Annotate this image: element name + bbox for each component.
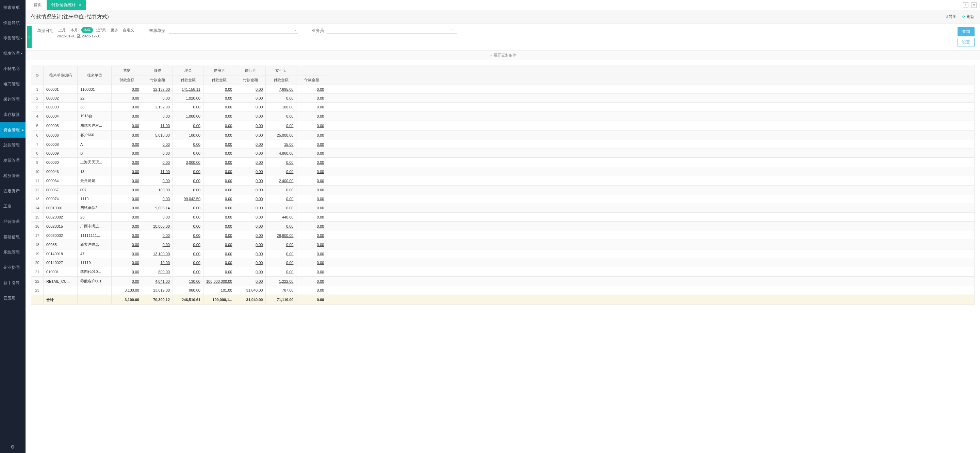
cell-amount-5[interactable]: 0.00 [266,111,296,121]
cell-amount-4[interactable]: 0.00 [235,149,266,158]
sidebar-item-13[interactable]: 工资 [0,199,25,214]
cell-code[interactable]: 00020002 [43,213,78,222]
cell-amount-4[interactable]: 0.00 [235,94,266,103]
cell-amount-1[interactable]: 0.00 [142,194,173,203]
cell-amount-6[interactable]: 0.00 [296,167,327,176]
cell-code[interactable]: 000008 [43,140,78,149]
cell-amount-5[interactable]: 0.00 [266,258,296,267]
cell-amount-0[interactable]: 0.00 [111,249,142,258]
cell-amount-0[interactable]: 0.00 [111,194,142,203]
cell-name[interactable]: 1119 [78,194,111,203]
cell-amount-1[interactable]: 13,100.00 [142,249,173,258]
cell-amount-2[interactable]: 0.00 [173,176,204,185]
cell-amount-0[interactable]: 0.00 [111,222,142,231]
cell-amount-1[interactable]: 10.00 [142,258,173,267]
sidebar-item-10[interactable]: 发票管理 [0,153,25,168]
sidebar-item-16[interactable]: 系统管理 [0,245,25,260]
sidebar-item-7[interactable]: 库存核算 [0,107,25,122]
cell-amount-4[interactable]: 0.00 [235,277,266,286]
cell-amount-5[interactable]: 2,400.00 [266,176,296,185]
cell-amount-6[interactable]: 0.00 [296,240,327,249]
cell-name[interactable]: 22 [78,94,111,103]
cell-name[interactable]: 测试客户对... [78,121,111,130]
sidebar-item-11[interactable]: 税务管理 [0,168,25,184]
tab-close-all-button[interactable]: × [963,2,969,8]
salesperson-input[interactable] [327,27,457,34]
cell-amount-0[interactable]: 0.00 [111,258,142,267]
cell-amount-4[interactable]: 0.00 [235,111,266,121]
cell-amount-6[interactable]: 0.00 [296,249,327,258]
cell-amount-1[interactable]: 9,603.14 [142,203,173,213]
col-group-3[interactable]: 信用卡 [204,66,235,76]
cell-amount-1[interactable]: 4,041.00 [142,277,173,286]
cell-amount-1[interactable]: 13,619.00 [142,286,173,295]
col-name[interactable]: 往来单位 [78,66,111,85]
col-sub-3[interactable]: 付款金额 [204,76,235,85]
cell-amount-1[interactable]: 11.00 [142,121,173,130]
cell-amount-2[interactable]: 980.00 [173,286,204,295]
cell-amount-6[interactable]: 0.00 [296,286,327,295]
cell-amount-0[interactable]: 0.00 [111,130,142,140]
cell-amount-2[interactable]: 0.00 [173,185,204,194]
cell-amount-1[interactable]: 0.00 [142,240,173,249]
cell-code[interactable]: 000001 [43,85,78,94]
cell-amount-4[interactable]: 0.00 [235,85,266,94]
cell-amount-3[interactable]: 0.00 [204,267,235,277]
cell-amount-4[interactable]: 0.00 [235,185,266,194]
col-sub-4[interactable]: 付款金额 [235,76,266,85]
cell-amount-3[interactable]: 0.00 [204,222,235,231]
date-option-2[interactable]: 本年 [81,27,93,33]
cell-amount-2[interactable]: 0.00 [173,267,204,277]
cell-amount-6[interactable]: 0.00 [296,231,327,240]
cell-amount-3[interactable]: 101.00 [204,286,235,295]
cell-amount-0[interactable]: 0.00 [111,94,142,103]
cell-amount-1[interactable]: 100.00 [142,185,173,194]
cell-amount-1[interactable]: 0.00 [142,94,173,103]
cell-amount-5[interactable]: 1,222.00 [266,277,296,286]
cell-amount-3[interactable]: 0.00 [204,130,235,140]
sidebar-item-19[interactable]: 云应用 [0,291,25,306]
cell-amount-0[interactable]: 0.00 [111,85,142,94]
cell-code[interactable]: 00140018 [43,249,78,258]
date-option-1[interactable]: 本月 [69,27,79,33]
cell-amount-4[interactable]: 0.00 [235,267,266,277]
cell-amount-0[interactable]: 0.00 [111,231,142,240]
cell-code[interactable]: 000009 [43,149,78,158]
cell-name[interactable]: 23 [78,213,111,222]
cell-amount-4[interactable]: 0.00 [235,194,266,203]
cell-amount-6[interactable]: 0.00 [296,149,327,158]
cell-amount-3[interactable]: 0.00 [204,231,235,240]
cell-amount-5[interactable]: 7,695.00 [266,85,296,94]
cell-amount-0[interactable]: 0.00 [111,185,142,194]
date-option-3[interactable]: 近7天 [95,27,107,33]
cell-name[interactable]: 1918台 [78,111,111,121]
tab-more-button[interactable]: ▾ [971,2,977,8]
cell-amount-1[interactable]: 2,152.98 [142,103,173,111]
cell-amount-3[interactable]: 0.00 [204,111,235,121]
cell-amount-5[interactable]: 100.00 [266,103,296,111]
cell-code[interactable]: 000004 [43,111,78,121]
cell-name[interactable]: 客户666 [78,130,111,140]
cell-amount-1[interactable]: 5,010.00 [142,130,173,140]
cell-amount-0[interactable]: 0.00 [111,140,142,149]
cell-amount-3[interactable]: 0.00 [204,149,235,158]
cell-amount-3[interactable]: 0.00 [204,94,235,103]
col-sub-5[interactable]: 付款金额 [266,76,296,85]
cell-amount-4[interactable]: 0.00 [235,213,266,222]
cell-amount-5[interactable]: 0.00 [266,158,296,167]
cell-amount-0[interactable]: 0.00 [111,277,142,286]
cell-amount-3[interactable]: 0.00 [204,167,235,176]
tab-payment-stats[interactable]: 付款情况统计 × [47,0,86,10]
cell-amount-2[interactable]: 0.00 [173,203,204,213]
cell-amount-4[interactable]: 0.00 [235,140,266,149]
cell-amount-5[interactable]: 0.00 [266,194,296,203]
cell-amount-4[interactable]: 0.00 [235,158,266,167]
cell-name[interactable]: A [78,140,111,149]
tab-home[interactable]: 首页 [29,0,47,10]
cell-amount-6[interactable]: 0.00 [296,185,327,194]
cell-amount-0[interactable]: 0.00 [111,267,142,277]
col-sub-6[interactable]: 付款金额 [296,76,327,85]
cell-amount-6[interactable]: 0.00 [296,222,327,231]
sidebar-item-6[interactable]: 采购管理 [0,92,25,107]
cell-name[interactable]: B [78,149,111,158]
